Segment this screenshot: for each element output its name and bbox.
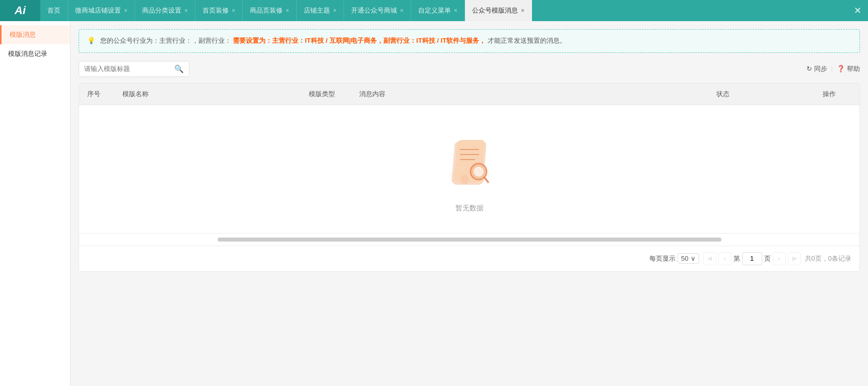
divider: |	[831, 65, 833, 72]
page-size-dropdown[interactable]: 50 ∨	[678, 253, 699, 264]
tab-category[interactable]: 商品分类设置×	[135, 0, 195, 21]
tab-home-deco[interactable]: 首页装修×	[195, 0, 243, 21]
tab-label-weshop: 微商城店铺设置	[75, 6, 121, 15]
help-icon: ❓	[837, 65, 845, 72]
tab-close-template-msg[interactable]: ×	[521, 7, 524, 14]
page-size-select: 每页显示 50 ∨	[649, 253, 699, 264]
page-size-label: 每页显示	[649, 254, 676, 263]
svg-point-5	[474, 167, 484, 177]
tab-label-menu: 自定义菜单	[418, 6, 451, 15]
search-bar: 🔍 ↻ 同步 | ❓ 帮助	[79, 61, 860, 77]
tab-close-menu[interactable]: ×	[454, 7, 457, 14]
notice-suffix: 才能正常发送预置的消息。	[488, 37, 566, 44]
empty-state: 暂无数据	[79, 105, 859, 233]
sidebar-item-template-msg[interactable]: 模版消息	[0, 25, 70, 44]
col-header-status: 状态	[708, 84, 799, 105]
tab-close-product-deco[interactable]: ×	[286, 7, 289, 14]
tab-mall[interactable]: 开通公众号商城×	[344, 0, 411, 21]
tab-label-template-msg: 公众号模版消息	[472, 6, 518, 15]
tab-label-category: 商品分类设置	[142, 6, 181, 15]
first-page-button[interactable]: ⊲	[703, 252, 716, 265]
tab-label-product-deco: 商品页装修	[250, 6, 283, 15]
search-input-wrap[interactable]: 🔍	[79, 61, 189, 77]
svg-point-7	[460, 175, 469, 185]
search-left: 🔍	[79, 61, 189, 77]
notice-box: 💡 您的公众号行业为：主营行业：，副营行业： 需要设置为：主营行业：IT科技 /…	[79, 29, 860, 53]
tab-theme[interactable]: 店铺主题×	[297, 0, 344, 21]
chevron-down-icon: ∨	[691, 255, 696, 262]
sidebar-item-template-log[interactable]: 模版消息记录	[0, 44, 70, 63]
sync-label: 同步	[814, 64, 827, 73]
table-header: 序号 模版名称 模版类型 消息内容 状态 操作	[79, 84, 859, 105]
tab-close-mall[interactable]: ×	[400, 7, 404, 14]
tab-close-category[interactable]: ×	[184, 7, 188, 14]
total-info: 共0页，0条记录	[805, 254, 851, 263]
col-header-type: 模版类型	[301, 84, 351, 105]
tab-template-msg[interactable]: 公众号模版消息×	[465, 0, 532, 21]
tab-label-home-deco: 首页装修	[203, 6, 229, 15]
tab-close-theme[interactable]: ×	[333, 7, 337, 14]
tab-home[interactable]: 首页	[40, 0, 68, 21]
sync-button[interactable]: ↻ 同步	[807, 64, 827, 73]
top-nav: Ai 首页微商城店铺设置×商品分类设置×首页装修×商品页装修×店铺主题×开通公众…	[0, 0, 868, 21]
tab-weshop[interactable]: 微商城店铺设置×	[68, 0, 135, 21]
content-area: 💡 您的公众号行业为：主营行业：，副营行业： 需要设置为：主营行业：IT科技 /…	[71, 21, 868, 386]
prev-page-button[interactable]: ‹	[718, 252, 731, 265]
col-header-seq: 序号	[79, 84, 114, 105]
help-label: 帮助	[847, 64, 860, 73]
col-header-content: 消息内容	[351, 84, 708, 105]
tab-product-deco[interactable]: 商品页装修×	[243, 0, 297, 21]
page-suffix: 页	[764, 254, 771, 263]
page-input-wrap: 第 页	[733, 252, 771, 265]
help-button[interactable]: ❓ 帮助	[837, 64, 860, 73]
tab-label-home: 首页	[47, 6, 60, 15]
last-page-button[interactable]: ⊳	[788, 252, 801, 265]
tab-close-home-deco[interactable]: ×	[232, 7, 235, 14]
notice-highlight: 需要设置为：主营行业：IT科技 / 互联网|电子商务，副营行业：IT科技 / I…	[233, 37, 486, 44]
scroll-bar-area[interactable]	[79, 233, 859, 246]
page-size-value: 50	[681, 255, 688, 262]
tab-label-theme: 店铺主题	[304, 6, 330, 15]
col-header-name: 模版名称	[114, 84, 301, 105]
page-prefix: 第	[733, 254, 740, 263]
search-input[interactable]	[84, 65, 174, 72]
empty-text: 暂无数据	[455, 204, 484, 213]
main-layout: 模版消息模版消息记录 💡 您的公众号行业为：主营行业：，副营行业： 需要设置为：…	[0, 21, 868, 386]
tab-menu[interactable]: 自定义菜单×	[411, 0, 465, 21]
pagination: 每页显示 50 ∨ ⊲ ‹ 第 页 › ⊳	[79, 246, 859, 271]
tab-label-mall: 开通公众号商城	[351, 6, 397, 15]
search-right: ↻ 同步 | ❓ 帮助	[807, 64, 860, 73]
page-number-input[interactable]	[742, 252, 762, 265]
notice-prefix: 您的公众号行业为：主营行业：，副营行业：	[100, 37, 231, 44]
close-all-button[interactable]: ✕	[847, 0, 868, 21]
refresh-icon: ↻	[807, 65, 812, 72]
page-nav: ⊲ ‹ 第 页 › ⊳	[703, 252, 801, 265]
col-header-action: 操作	[799, 84, 859, 105]
search-icon[interactable]: 🔍	[174, 64, 184, 73]
sidebar: 模版消息模版消息记录	[0, 21, 71, 386]
empty-illustration	[439, 135, 500, 196]
tab-list: 首页微商城店铺设置×商品分类设置×首页装修×商品页装修×店铺主题×开通公众号商城…	[40, 0, 847, 21]
next-page-button[interactable]: ›	[773, 252, 786, 265]
horizontal-scrollbar[interactable]	[218, 238, 721, 242]
lightbulb-icon: 💡	[87, 37, 95, 44]
table-wrap: 序号 模版名称 模版类型 消息内容 状态 操作	[79, 83, 860, 272]
tab-close-weshop[interactable]: ×	[124, 7, 127, 14]
logo: Ai	[0, 0, 40, 21]
logo-text: Ai	[15, 4, 26, 17]
